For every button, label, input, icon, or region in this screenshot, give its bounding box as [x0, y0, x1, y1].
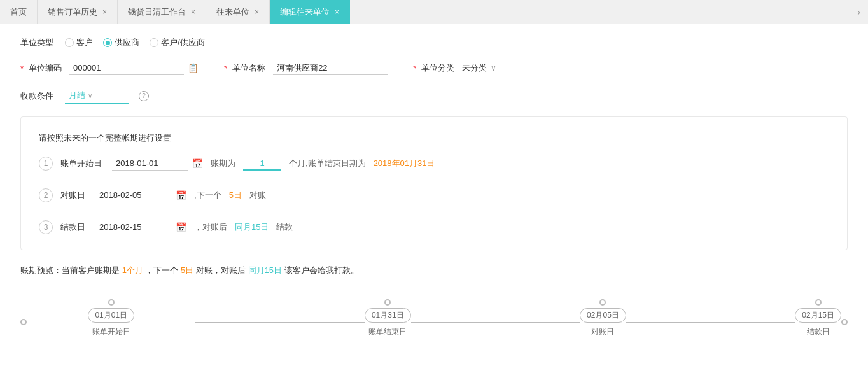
- unit-info-row: * 单位编码 📋 * 单位名称 * 单位分类 未分类 ∨: [20, 61, 848, 75]
- step-3-label: 结款日: [60, 222, 85, 233]
- step-3-hint-prefix: ，对账后: [194, 222, 227, 233]
- step-2-hint-suffix: 对账: [249, 190, 266, 201]
- unit-type-label: 单位类型: [20, 37, 53, 48]
- timeline-segment-2: [411, 322, 580, 323]
- preview-section: 账期预览：当前客户账期是 1个月 ，下一个 5日 对账，对账后 同月15日 该客…: [20, 263, 848, 278]
- timeline-node-2-label: 账单结束日: [368, 327, 407, 337]
- preview-part2-prefix: ，下一个: [145, 265, 178, 275]
- timeline-segment-3: [626, 322, 795, 323]
- radio-dot-supplier: [106, 41, 110, 45]
- timeline-node-4: 02月15日 结款日: [795, 299, 841, 337]
- tab-sales-history-close[interactable]: ×: [102, 8, 107, 16]
- step-2-date-wrapper: 📅: [95, 188, 186, 202]
- step-1-num: 1: [44, 159, 48, 168]
- timeline-node-4-label: 结款日: [807, 327, 830, 337]
- step-1-calendar-icon[interactable]: 📅: [192, 158, 203, 169]
- step-1-date-wrapper: 📅: [112, 157, 203, 171]
- timeline-node-3-date: 02月05日: [580, 308, 626, 323]
- tab-cashflow-close[interactable]: ×: [191, 8, 195, 16]
- payment-terms-select[interactable]: 月结 ∨: [65, 88, 129, 104]
- tab-counterparty[interactable]: 往来单位 ×: [206, 0, 270, 24]
- step-2-calendar-icon[interactable]: 📅: [176, 190, 186, 201]
- preview-part1: 1个月: [122, 265, 143, 275]
- radio-customer[interactable]: 客户: [65, 37, 93, 48]
- unit-code-icon[interactable]: 📋: [188, 63, 199, 73]
- tab-sales-history-label: 销售订单历史: [48, 6, 97, 18]
- payment-terms-label: 收款条件: [20, 90, 53, 102]
- timeline-node-1-date: 01月01日: [88, 308, 134, 323]
- tabs-bar: 首页 销售订单历史 × 钱货日清工作台 × 往来单位 × 编辑往来单位 × ›: [0, 0, 868, 24]
- preview-part2-suffix: 对账，对账后: [196, 265, 246, 275]
- unit-category-select[interactable]: 未分类 ∨: [462, 62, 551, 74]
- radio-group-unit-type: 客户 供应商 客户/供应商: [65, 37, 205, 48]
- step-2-hint-prefix: ,下一个: [194, 190, 221, 201]
- step-3-hint-mid: 同月15日: [235, 222, 269, 233]
- step-1-period-prefix: 账期为: [211, 158, 235, 169]
- unit-code-group: * 单位编码 📋: [20, 61, 199, 75]
- preview-label: 账期预览：当前客户账期是: [20, 265, 120, 275]
- timeline: 01月01日 账单开始日 01月31日 账单结束日 02月05日 对账日: [20, 293, 848, 344]
- step-1-period-suffix: 个月,账单结束日期为: [289, 158, 366, 169]
- step-2-hint-mid: 5日: [229, 190, 242, 201]
- step-1-period-end: 2018年01月31日: [374, 158, 435, 169]
- step-row-3: 3 结款日 📅 ，对账后 同月15日 结款: [39, 220, 829, 234]
- step-number-2: 2: [39, 188, 53, 202]
- tab-sales-history[interactable]: 销售订单历史 ×: [38, 0, 118, 24]
- payment-terms-row: 收款条件 月结 ∨ ?: [20, 88, 848, 104]
- unit-code-input[interactable]: [69, 61, 184, 75]
- step-row-1: 1 账单开始日 📅 账期为 个月,账单结束日期为 2018年01月31日: [39, 157, 829, 171]
- step-3-date-input[interactable]: [95, 220, 172, 234]
- radio-circle-both: [150, 38, 158, 47]
- timeline-node-2: 01月31日 账单结束日: [365, 299, 411, 337]
- main-content: 单位类型 客户 供应商 客户/供应商 * 单位编码: [0, 24, 868, 387]
- radio-label-customer: 客户: [76, 37, 93, 48]
- tab-edit-counterparty-close[interactable]: ×: [335, 8, 339, 16]
- radio-supplier[interactable]: 供应商: [103, 37, 139, 48]
- radio-both[interactable]: 客户/供应商: [150, 37, 205, 48]
- unit-name-label: 单位名称: [232, 62, 265, 74]
- unit-code-input-wrapper: 📋: [69, 61, 199, 75]
- step-1-period-input[interactable]: [243, 157, 281, 171]
- period-section: 请按照未来的一个完整帐期进行设置 1 账单开始日 📅 账期为 个月,账单结束日期…: [20, 116, 848, 250]
- payment-terms-help[interactable]: ?: [139, 91, 149, 101]
- tab-edit-counterparty-label: 编辑往来单位: [280, 6, 330, 18]
- payment-terms-chevron: ∨: [88, 92, 92, 99]
- payment-terms-value: 月结: [69, 90, 85, 101]
- tab-edit-counterparty[interactable]: 编辑往来单位 ×: [270, 0, 350, 24]
- step-number-3: 3: [39, 220, 53, 234]
- step-2-date-input[interactable]: [95, 188, 172, 202]
- timeline-start-dot: [20, 319, 27, 325]
- step-1-date-input[interactable]: [112, 157, 188, 171]
- unit-code-label: 单位编码: [29, 62, 62, 74]
- step-number-1: 1: [39, 157, 53, 171]
- timeline-end-dot: [841, 319, 848, 325]
- step-2-label: 对账日: [60, 190, 85, 201]
- tab-counterparty-close[interactable]: ×: [255, 8, 259, 16]
- unit-category-arrow: ∨: [491, 64, 496, 73]
- step-3-calendar-icon[interactable]: 📅: [176, 222, 186, 232]
- section-instruction: 请按照未来的一个完整帐期进行设置: [39, 132, 829, 144]
- radio-label-both: 客户/供应商: [161, 37, 205, 48]
- tab-home-label: 首页: [10, 6, 27, 18]
- unit-type-row: 单位类型 客户 供应商 客户/供应商: [20, 37, 848, 48]
- unit-name-group: * 单位名称: [224, 61, 388, 75]
- timeline-segment-1: [195, 322, 364, 323]
- unit-name-input[interactable]: [273, 61, 388, 75]
- tabs-arrow[interactable]: ›: [850, 7, 868, 17]
- timeline-node-3-label: 对账日: [591, 327, 614, 337]
- step-3-hint-suffix: 结款: [276, 222, 293, 233]
- tab-counterparty-label: 往来单位: [216, 6, 249, 18]
- step-2-num: 2: [44, 191, 48, 200]
- preview-part2-mid: 5日: [181, 265, 193, 275]
- unit-name-star: *: [224, 64, 227, 73]
- step-3-num: 3: [44, 223, 48, 232]
- tab-cashflow[interactable]: 钱货日清工作台 ×: [118, 0, 206, 24]
- unit-code-star: *: [20, 64, 24, 73]
- preview-part3: 同月15日: [248, 265, 282, 275]
- timeline-node-3: 02月05日 对账日: [580, 299, 626, 337]
- timeline-node-3-dot: [599, 299, 606, 306]
- unit-category-group: * 单位分类 未分类 ∨: [413, 62, 551, 74]
- timeline-node-1-label: 账单开始日: [92, 327, 130, 337]
- tab-home[interactable]: 首页: [0, 0, 38, 24]
- tab-cashflow-label: 钱货日清工作台: [128, 6, 186, 18]
